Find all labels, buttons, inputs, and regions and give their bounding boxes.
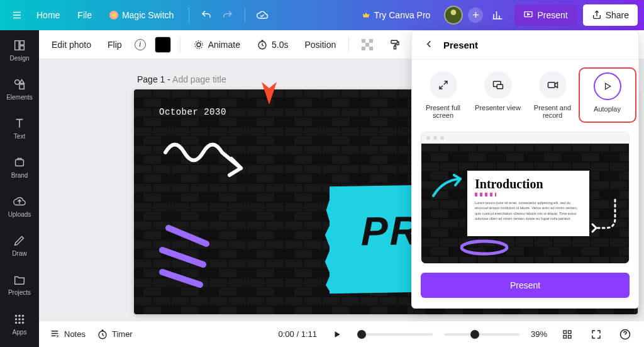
sidebar-item-label: Text — [14, 133, 25, 140]
intro-card: Introduction Lorem ipsum dolor sit amet,… — [465, 169, 591, 238]
sidebar-item-design[interactable]: Design — [0, 30, 39, 69]
try-pro-button[interactable]: Try Canva Pro — [354, 4, 438, 26]
back-button[interactable] — [421, 36, 437, 54]
paint-roller-icon — [389, 39, 401, 50]
svg-rect-30 — [569, 331, 572, 334]
svg-rect-32 — [569, 335, 572, 338]
undo-button[interactable] — [196, 4, 217, 26]
sidebar-item-text[interactable]: Text — [0, 108, 39, 147]
copy-style-button[interactable] — [386, 37, 404, 53]
playback-slider[interactable] — [357, 333, 433, 336]
position-button[interactable]: Position — [301, 37, 340, 52]
share-icon — [592, 10, 602, 20]
insights-button[interactable] — [487, 4, 508, 26]
sidebar-item-label: Brand — [11, 172, 28, 179]
present-label: Present — [537, 10, 567, 20]
home-button[interactable]: Home — [28, 4, 69, 26]
divider — [348, 37, 349, 52]
svg-point-9 — [22, 314, 25, 317]
sidebar-item-projects[interactable]: Projects — [0, 265, 39, 304]
svg-point-15 — [22, 321, 25, 324]
page-label[interactable]: Page 1 - Add page title — [137, 74, 226, 84]
page-number: Page 1 — [137, 74, 165, 84]
flip-button[interactable]: Flip — [104, 37, 126, 52]
fullscreen-button[interactable] — [587, 326, 605, 343]
menu-button[interactable] — [6, 4, 28, 26]
animate-label: Animate — [208, 40, 240, 50]
sidebar-item-brand[interactable]: Brand — [0, 147, 39, 186]
zoom-value: 39% — [531, 329, 547, 339]
preview-slide: Introduction Lorem ipsum dolor sit amet,… — [421, 144, 629, 263]
page-sep: - — [167, 74, 172, 84]
svg-point-16 — [197, 43, 201, 47]
top-bar: Home File Magic Switch Try Canva Pro + P… — [0, 0, 644, 30]
chevron-left-icon — [423, 38, 435, 50]
sidebar-item-draw[interactable]: Draw — [0, 225, 39, 265]
svg-point-7 — [15, 314, 18, 317]
file-button[interactable]: File — [69, 4, 101, 26]
animate-button[interactable]: Animate — [189, 37, 244, 53]
bottom-bar: Notes Timer 0:00 / 1:11 39% — [39, 321, 644, 347]
animate-icon — [193, 39, 204, 50]
share-label: Share — [606, 10, 629, 20]
sidebar-item-label: Apps — [13, 329, 27, 336]
grid-view-button[interactable] — [558, 326, 576, 343]
present-button[interactable]: Present — [514, 4, 576, 26]
present-panel: Present Present full screen Presenter vi… — [411, 30, 639, 309]
presenter-view-icon — [492, 79, 504, 91]
svg-rect-31 — [564, 335, 567, 338]
timer-button[interactable]: Timer — [97, 329, 133, 340]
sidebar-item-label: Projects — [8, 289, 31, 296]
transparency-icon — [362, 39, 373, 50]
camera-icon — [547, 79, 559, 91]
share-button[interactable]: Share — [583, 4, 638, 26]
color-swatch[interactable] — [155, 37, 171, 53]
expand-icon — [438, 79, 449, 91]
dotted-arrow-icon — [590, 196, 621, 247]
mode-present-record[interactable]: Present and record — [528, 71, 578, 119]
mode-autoplay[interactable]: Autoplay — [582, 71, 633, 119]
timer-label: Timer — [112, 329, 133, 339]
notes-icon — [49, 329, 60, 340]
svg-rect-35 — [497, 84, 502, 89]
burst-lines-icon — [150, 215, 225, 291]
svg-rect-25 — [391, 40, 397, 43]
zoom-slider[interactable] — [444, 333, 519, 336]
present-panel-title: Present — [443, 40, 478, 50]
mode-label: Present full screen — [418, 104, 469, 119]
edit-photo-button[interactable]: Edit photo — [48, 37, 95, 52]
avatar[interactable] — [444, 6, 463, 25]
add-collaborator-button[interactable]: + — [468, 8, 483, 23]
info-icon[interactable]: i — [135, 39, 146, 50]
magic-switch-button[interactable]: Magic Switch — [101, 4, 182, 26]
divider — [245, 8, 245, 23]
svg-rect-22 — [365, 43, 369, 47]
svg-rect-6 — [16, 159, 24, 166]
duration-button[interactable]: 5.0s — [253, 37, 292, 53]
intro-lorem: Lorem ipsum dolor sit amet, consectetur … — [475, 200, 582, 221]
svg-rect-1 — [15, 40, 19, 50]
svg-rect-26 — [394, 46, 396, 49]
magic-switch-label: Magic Switch — [122, 10, 174, 20]
sidebar-item-label: Design — [9, 55, 29, 62]
sidebar-item-uploads[interactable]: Uploads — [0, 186, 39, 225]
svg-point-13 — [15, 321, 18, 324]
play-icon — [602, 81, 613, 91]
redo-button[interactable] — [217, 4, 238, 26]
notes-button[interactable]: Notes — [49, 329, 86, 340]
present-confirm-button[interactable]: Present — [421, 273, 630, 298]
cloud-sync-icon[interactable] — [252, 4, 273, 26]
svg-point-10 — [15, 318, 18, 321]
sidebar-item-elements[interactable]: Elements — [0, 69, 39, 108]
mode-presenter-view[interactable]: Presenter view — [473, 71, 523, 119]
divider — [189, 8, 189, 23]
sidebar-item-apps[interactable]: Apps — [0, 304, 39, 343]
play-button[interactable] — [328, 326, 346, 343]
help-button[interactable] — [616, 326, 634, 343]
svg-point-8 — [18, 314, 21, 317]
transparency-button[interactable] — [358, 37, 377, 53]
svg-rect-23 — [362, 47, 365, 50]
present-modes: Present full screen Presenter view Prese… — [412, 60, 638, 127]
mode-full-screen[interactable]: Present full screen — [418, 71, 469, 119]
try-pro-label: Try Canva Pro — [374, 10, 431, 20]
